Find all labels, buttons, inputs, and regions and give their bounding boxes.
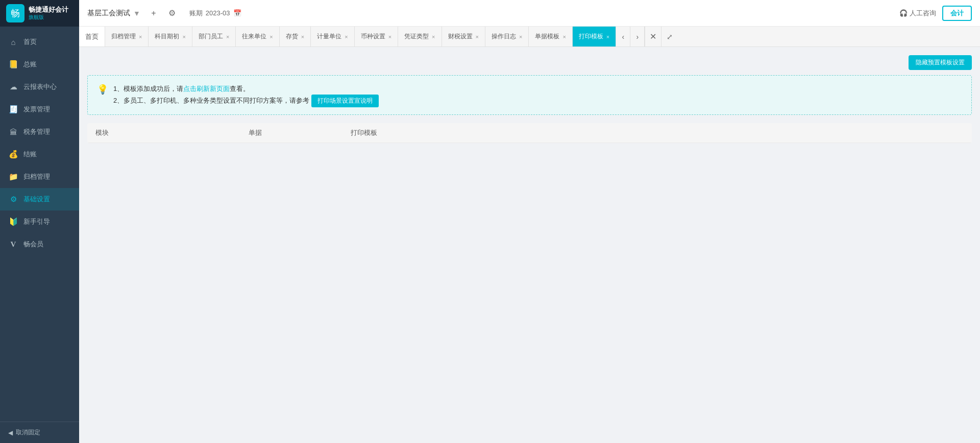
tab-tax-setting[interactable]: 财税设置 × xyxy=(442,27,485,47)
tab-dept-staff-label: 部门员工 xyxy=(199,32,223,41)
sidebar-item-label: 总账 xyxy=(23,60,37,69)
member-icon: V xyxy=(8,239,18,249)
sidebar-item-invoice[interactable]: 🧾 发票管理 xyxy=(0,98,79,121)
info-refresh-link[interactable]: 点击刷新新页面 xyxy=(183,85,230,92)
sidebar-item-home[interactable]: ⌂ 首页 xyxy=(0,31,79,53)
tab-single-template[interactable]: 单据模板 × xyxy=(529,27,572,47)
tab-inventory-label: 存货 xyxy=(286,32,298,41)
home-icon: ⌂ xyxy=(8,37,18,47)
logo-icon: 畅 xyxy=(6,4,24,22)
tab-subject-init-close[interactable]: × xyxy=(182,34,185,40)
sidebar-item-settle[interactable]: 💰 结账 xyxy=(0,143,79,166)
archive-icon: 📁 xyxy=(8,172,18,182)
tab-print-template[interactable]: 打印模板 × xyxy=(573,27,616,47)
tab-tax-setting-close[interactable]: × xyxy=(476,34,479,40)
tab-expand-button[interactable]: ⤢ xyxy=(661,27,677,47)
tab-vendor[interactable]: 往来单位 × xyxy=(236,27,279,47)
sidebar-item-archive[interactable]: 📁 归档管理 xyxy=(0,166,79,188)
settle-icon: 💰 xyxy=(8,149,18,159)
tab-bar: 首页 归档管理 × 科目期初 × 部门员工 × 往来单位 × 存货 × xyxy=(79,27,980,47)
hide-template-button[interactable]: 隐藏预置模板设置 xyxy=(909,55,972,70)
tab-tax-setting-label: 财税设置 xyxy=(448,32,473,41)
info-line1-suffix: 查看。 xyxy=(230,85,250,92)
tab-archive-mgmt-close[interactable]: × xyxy=(139,34,142,40)
tab-single-template-label: 单据模板 xyxy=(535,32,559,41)
content-actions: 隐藏预置模板设置 xyxy=(87,55,972,70)
tab-unit-close[interactable]: × xyxy=(345,34,348,40)
tax-icon: 🏛 xyxy=(8,127,18,137)
tab-close-all-button[interactable]: ✕ xyxy=(645,27,661,47)
tab-inventory[interactable]: 存货 × xyxy=(280,27,311,47)
info-box-content: 1、模板添加成功后，请点击刷新新页面查看。 2、多员工、多打印机、多种业务类型设… xyxy=(113,83,379,107)
period-selector[interactable]: 账期 2023-03 📅 xyxy=(189,9,241,18)
sidebar-item-tax[interactable]: 🏛 税务管理 xyxy=(0,121,79,143)
tab-home[interactable]: 首页 xyxy=(79,27,105,47)
period-label: 账期 xyxy=(189,9,203,18)
tab-dept-staff[interactable]: 部门员工 × xyxy=(192,27,236,47)
sidebar-item-ledger[interactable]: 📒 总账 xyxy=(0,53,79,76)
tab-prev-button[interactable]: ‹ xyxy=(616,27,630,47)
print-scene-button[interactable]: 打印场景设置宣说明 xyxy=(311,95,379,107)
org-settings-button[interactable]: ⚙ xyxy=(165,6,179,20)
sidebar-logo: 畅 畅捷通好会计 旗舰版 xyxy=(0,0,79,27)
data-table: 模块 单据 打印模板 xyxy=(87,123,972,143)
tab-currency-close[interactable]: × xyxy=(388,34,391,40)
main-area: 基层工会测试 ▼ + ⚙ 账期 2023-03 📅 🎧 人工咨询 会计 xyxy=(79,0,980,443)
sidebar-item-label: 基础设置 xyxy=(23,195,50,204)
tab-unit-label: 计量单位 xyxy=(317,32,341,41)
table-col-slip: 单据 xyxy=(240,123,342,143)
sidebar-item-reports[interactable]: ☁ 云报表中心 xyxy=(0,76,79,98)
tab-next-button[interactable]: › xyxy=(630,27,645,47)
tab-inventory-close[interactable]: × xyxy=(301,34,304,40)
sidebar-item-label: 结账 xyxy=(23,150,37,159)
org-chevron-icon: ▼ xyxy=(133,9,140,17)
bulb-icon: 💡 xyxy=(97,84,108,107)
headset-icon: 🎧 xyxy=(899,9,908,17)
tab-currency[interactable]: 币种设置 × xyxy=(355,27,398,47)
sidebar: 畅 畅捷通好会计 旗舰版 ⌂ 首页 📒 总账 ☁ 云报表中心 🧾 xyxy=(0,0,79,443)
sidebar-item-basic[interactable]: ⚙ 基础设置 xyxy=(0,188,79,211)
invoice-icon: 🧾 xyxy=(8,104,18,114)
tab-op-log-close[interactable]: × xyxy=(519,34,522,40)
tab-archive-mgmt[interactable]: 归档管理 × xyxy=(105,27,149,47)
sidebar-item-label: 畅会员 xyxy=(23,240,43,249)
tab-vendor-close[interactable]: × xyxy=(270,34,273,40)
add-tab-button[interactable]: + xyxy=(146,6,161,20)
content-area: 隐藏预置模板设置 💡 1、模板添加成功后，请点击刷新新页面查看。 2、多员工、多… xyxy=(79,47,980,443)
info-line1-prefix: 1、模板添加成功后，请 xyxy=(113,85,183,92)
topbar-right: 🎧 人工咨询 会计 xyxy=(899,6,972,21)
info-line2-prefix: 2、多员工、多打印机、多种业务类型设置不同打印方案等，请参考 xyxy=(113,97,309,104)
tab-vendor-label: 往来单位 xyxy=(242,32,266,41)
ledger-icon: 📒 xyxy=(8,59,18,69)
tab-voucher-type-label: 凭证类型 xyxy=(404,32,429,41)
cancel-fixed-button[interactable]: ◀ 取消固定 xyxy=(0,422,79,443)
tab-home-label: 首页 xyxy=(85,32,99,41)
sidebar-item-member[interactable]: V 畅会员 xyxy=(0,233,79,255)
tab-voucher-type[interactable]: 凭证类型 × xyxy=(398,27,442,47)
tab-unit[interactable]: 计量单位 × xyxy=(311,27,354,47)
org-selector[interactable]: 基层工会测试 ▼ xyxy=(87,9,140,18)
sidebar-item-label: 归档管理 xyxy=(23,172,50,181)
tab-currency-label: 币种设置 xyxy=(361,32,385,41)
table-col-template: 打印模板 xyxy=(342,123,972,143)
sidebar-item-label: 新手引导 xyxy=(23,217,50,226)
sidebar-nav: ⌂ 首页 📒 总账 ☁ 云报表中心 🧾 发票管理 🏛 税务管理 💰 结账 xyxy=(0,27,79,422)
tab-op-log[interactable]: 操作日志 × xyxy=(485,27,529,47)
tab-single-template-close[interactable]: × xyxy=(562,34,566,40)
guide-icon: 🔰 xyxy=(8,217,18,227)
sidebar-item-label: 税务管理 xyxy=(23,127,50,136)
sidebar-item-label: 发票管理 xyxy=(23,105,50,114)
service-button[interactable]: 🎧 人工咨询 xyxy=(899,9,936,18)
info-box: 💡 1、模板添加成功后，请点击刷新新页面查看。 2、多员工、多打印机、多种业务类… xyxy=(87,75,972,115)
accountant-button[interactable]: 会计 xyxy=(942,6,972,21)
topbar-actions: + ⚙ xyxy=(146,6,179,20)
tab-print-template-close[interactable]: × xyxy=(606,34,609,40)
period-value: 2023-03 xyxy=(206,9,230,17)
arrow-left-icon: ◀ xyxy=(8,429,13,436)
tab-subject-init[interactable]: 科目期初 × xyxy=(149,27,192,47)
tab-dept-staff-close[interactable]: × xyxy=(226,34,229,40)
tab-subject-init-label: 科目期初 xyxy=(155,32,179,41)
sidebar-item-guide[interactable]: 🔰 新手引导 xyxy=(0,211,79,233)
info-line1: 1、模板添加成功后，请点击刷新新页面查看。 xyxy=(113,83,379,95)
tab-voucher-type-close[interactable]: × xyxy=(432,34,435,40)
